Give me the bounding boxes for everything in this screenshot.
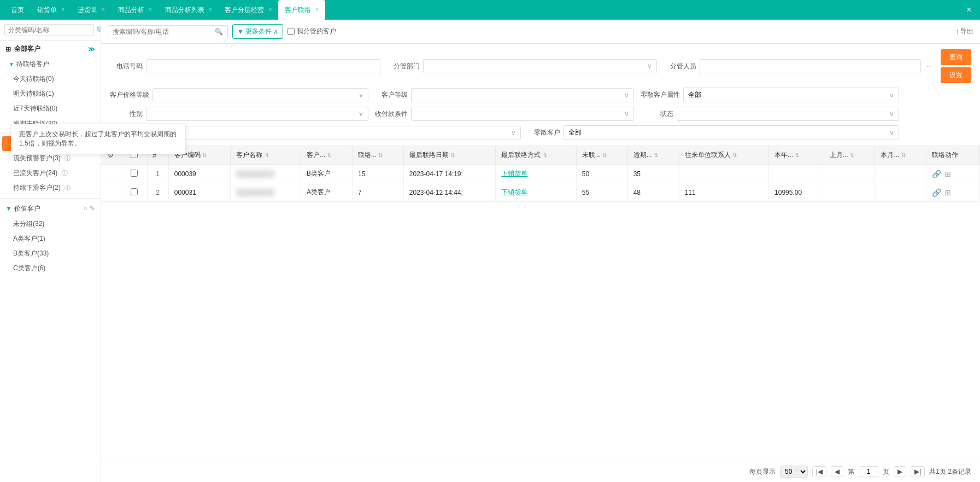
sidebar-item-declining[interactable]: 持续下滑客户(2) ⓘ [0, 181, 101, 195]
total-label: 共1页 2条记录 [929, 467, 971, 477]
person-input[interactable] [700, 59, 921, 73]
customer-type-input[interactable]: ∨ [185, 126, 521, 140]
this-month-header[interactable]: 本月... ⇅ [875, 146, 926, 165]
search-icon[interactable]: 🔍 [96, 26, 101, 34]
row-this-month [875, 183, 926, 202]
sidebar-item-lost[interactable]: 已流失客户(24) ⓘ [0, 166, 101, 181]
row-checkbox[interactable] [131, 170, 138, 177]
payment-input[interactable]: ∨ [411, 107, 633, 121]
sidebar-item-class-a[interactable]: A类客户(1) [0, 231, 101, 246]
nav-customer-tier[interactable]: 客户分层经营 × [218, 0, 278, 20]
customer-grade-input[interactable]: ∨ [411, 88, 633, 102]
row-checkbox[interactable] [131, 188, 138, 195]
status-input[interactable]: ∨ [677, 107, 899, 121]
nav-sales-order[interactable]: 销货单 × [31, 0, 71, 20]
last-contact-date-header[interactable]: 最后联络日期 ⇅ [403, 146, 495, 165]
last-contact-method-header[interactable]: 最后联络方式 ⇅ [496, 146, 577, 165]
pagination-bar: 每页显示 50 100 200 |◀ ◀ 第 页 ▶ ▶| 共1页 2条记录 [101, 461, 980, 482]
search-icon[interactable]: 🔍 [215, 28, 223, 36]
row-num: 2 [147, 183, 168, 202]
dept-input[interactable]: ∨ [423, 59, 658, 73]
retail-customer-input[interactable]: 全部 ∨ [564, 125, 899, 140]
my-customers-checkbox[interactable] [287, 28, 295, 35]
sidebar: 🔍 ⊞ 全部客户 ≫ ▼ 待联络客户 今天待联络(0) 明天待联络(1) 近7天… [0, 20, 101, 482]
phone-input[interactable] [146, 59, 380, 73]
main-search-input[interactable] [113, 28, 213, 36]
close-icon[interactable]: × [149, 0, 152, 20]
sidebar-group-pending[interactable]: ▼ 待联络客户 [0, 57, 101, 72]
row-checkbox-cell [121, 165, 147, 183]
nav-customer-contact[interactable]: 客户联络 × [278, 0, 325, 20]
type-column-header[interactable]: 客户... ⇅ [301, 146, 353, 165]
row-gear[interactable] [101, 183, 121, 202]
last-month-header[interactable]: 上月... ⇅ [824, 146, 875, 165]
settings-button[interactable]: 设置 [941, 67, 971, 83]
row-type: A类客户 [301, 183, 353, 202]
nav-purchase-order[interactable]: 进货单 × [71, 0, 112, 20]
qr-icon[interactable]: ⊞ [944, 188, 951, 197]
close-icon[interactable]: × [315, 0, 319, 20]
sidebar-item-tomorrow[interactable]: 明天待联络(1) [0, 86, 101, 101]
info-icon: ⓘ [62, 170, 68, 176]
row-last-contact-method[interactable]: 下销货单 [496, 165, 577, 183]
action-header: 联络动作 [926, 146, 980, 165]
edit-icon[interactable]: ○ [84, 205, 87, 212]
nav-product-analysis[interactable]: 商品分析 × [112, 0, 159, 20]
row-actions: 🔗 ⊞ [926, 165, 980, 183]
price-grade-label: 客户价格等级 [110, 90, 149, 100]
close-icon[interactable]: × [102, 0, 105, 20]
row-this-month [875, 165, 926, 183]
retail-attr-label: 零散客户属性 [641, 90, 680, 100]
contact-column-header[interactable]: 联络... ⇅ [352, 146, 403, 165]
close-icon[interactable]: × [209, 0, 212, 20]
retail-attr-input[interactable]: 全部 ∨ [683, 88, 899, 102]
nav-home[interactable]: 首页 [4, 0, 31, 20]
row-gear[interactable] [101, 165, 121, 183]
overdue-header[interactable]: 逾期... ⇅ [627, 146, 679, 165]
close-icon[interactable]: × [61, 0, 64, 20]
collapse-arrow-icon[interactable]: ≫ [88, 45, 95, 53]
row-last-contact-method[interactable]: 下销货单 [496, 183, 577, 202]
filter-bar: 🔍 ▼ 更多条件 ∧ 我分管的客户 ↑ 导出 [101, 20, 980, 44]
not-contact-header[interactable]: 未联... ⇅ [576, 146, 627, 165]
settings-icon[interactable]: ✎ [90, 205, 95, 212]
this-year-header[interactable]: 本年... ⇅ [769, 146, 824, 165]
gender-label: 性别 [110, 109, 143, 119]
gender-input[interactable]: ∨ [146, 107, 368, 121]
more-filters-button[interactable]: ▼ 更多条件 ∧ [232, 24, 283, 39]
sidebar-search-input[interactable] [4, 24, 94, 36]
next-page-button[interactable]: ▶ [894, 466, 906, 477]
last-page-button[interactable]: ▶| [911, 466, 925, 477]
unit-contact-header[interactable]: 往来单位联系人 ⇅ [679, 146, 769, 165]
link-icon[interactable]: 🔗 [932, 188, 941, 197]
my-customers-checkbox-label[interactable]: 我分管的客户 [287, 27, 336, 36]
page-input[interactable] [859, 466, 878, 477]
row-unit-contact [679, 165, 769, 183]
qr-icon[interactable]: ⊞ [944, 170, 951, 178]
per-page-select[interactable]: 50 100 200 [780, 466, 808, 478]
first-page-button[interactable]: |◀ [812, 466, 826, 477]
grid-icon: ⊞ [5, 45, 11, 53]
more-options-icon[interactable]: ··· [924, 62, 934, 70]
name-column-header[interactable]: 客户名称 ⇅ [231, 146, 301, 165]
nav-product-analysis-list[interactable]: 商品分析列表 × [159, 0, 219, 20]
sidebar-item-class-c[interactable]: C类客户(6) [0, 261, 101, 276]
sidebar-item-class-b[interactable]: B类客户(33) [0, 246, 101, 261]
link-icon[interactable]: 🔗 [932, 170, 941, 178]
sidebar-item-today[interactable]: 今天待联络(0) [0, 72, 101, 86]
price-grade-input[interactable]: ∨ [152, 88, 368, 102]
row-last-month [824, 183, 875, 202]
close-icon[interactable]: × [268, 0, 272, 20]
all-customers-header: ⊞ 全部客户 ≫ [0, 41, 101, 57]
query-button[interactable]: 查询 [941, 49, 971, 65]
sidebar-item-7days[interactable]: 近7天待联络(0) [0, 101, 101, 116]
row-actions: 🔗 ⊞ [926, 183, 980, 202]
row-contact: 15 [352, 165, 403, 183]
export-button[interactable]: ↑ 导出 [955, 27, 973, 36]
row-last-contact-date: 2023-04-17 14:19: [403, 165, 495, 183]
sidebar-item-ungrouped[interactable]: 未分组(32) [0, 217, 101, 231]
window-close-button[interactable]: × [963, 3, 976, 16]
row-name [231, 183, 301, 202]
prev-page-button[interactable]: ◀ [831, 466, 843, 477]
top-nav: 首页 销货单 × 进货单 × 商品分析 × 商品分析列表 × 客户分层经营 × … [0, 0, 980, 20]
